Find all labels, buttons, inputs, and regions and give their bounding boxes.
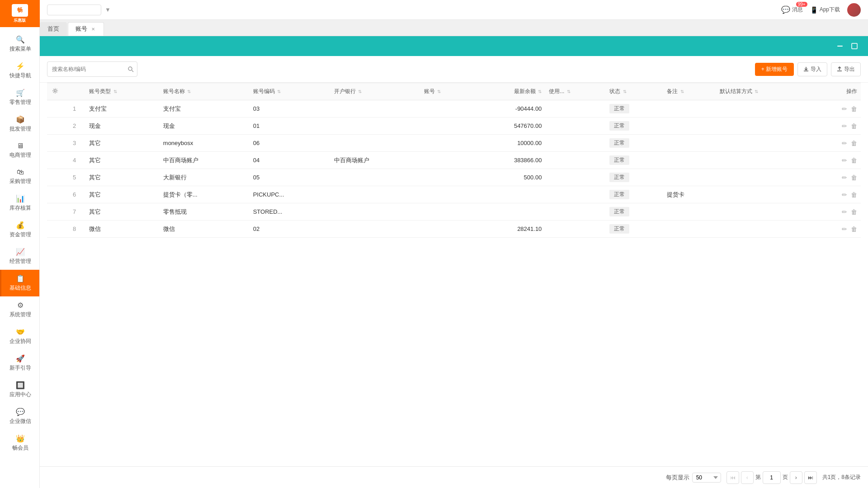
delete-icon[interactable]: 🗑: [851, 105, 857, 113]
minimize-icon[interactable]: [834, 40, 846, 52]
edit-icon[interactable]: ✏: [842, 225, 847, 233]
col-name[interactable]: 账号名称 ⇅: [160, 83, 250, 100]
row-settings: [47, 203, 63, 221]
prev-page-button[interactable]: ‹: [741, 471, 754, 484]
delete-icon[interactable]: 🗑: [851, 140, 857, 147]
delete-icon[interactable]: 🗑: [851, 174, 857, 181]
col-code[interactable]: 账号编码 ⇅: [250, 83, 330, 100]
export-button[interactable]: 导出: [831, 62, 861, 76]
sidebar-item-search-menu[interactable]: 🔍 搜索菜单: [0, 31, 39, 57]
col-type[interactable]: 账号类型 ⇅: [85, 83, 160, 100]
row-actions: ✏ 🗑: [813, 100, 861, 117]
sidebar-item-finance-mgmt[interactable]: 💰 资金管理: [0, 216, 39, 243]
table-row: 5 其它 大新银行 05 500.00 正常 ✏ 🗑: [47, 169, 861, 186]
tab-account-close[interactable]: ✕: [90, 26, 96, 32]
message-icon: 💬: [781, 5, 790, 14]
row-code: STORED...: [250, 203, 330, 221]
header-dropdown-icon[interactable]: ▼: [105, 6, 111, 13]
col-remark[interactable]: 备注 ⇅: [663, 83, 716, 100]
pagination: ⏮ ‹ 第 页 › ⏭: [726, 471, 817, 484]
row-remark: [663, 117, 716, 135]
delete-icon[interactable]: 🗑: [851, 208, 857, 216]
first-page-button[interactable]: ⏮: [726, 471, 739, 484]
edit-icon[interactable]: ✏: [842, 122, 847, 130]
page-unit: 页: [783, 474, 788, 481]
sidebar-item-beginner-guide[interactable]: 🚀 新手引导: [0, 350, 39, 376]
row-usage: [545, 152, 606, 169]
search-input[interactable]: [47, 63, 124, 75]
edit-icon[interactable]: ✏: [842, 191, 847, 198]
add-account-button[interactable]: + 新增账号: [755, 63, 794, 76]
app-version: 乐惠版: [14, 18, 26, 23]
sidebar-item-wholesale-mgmt[interactable]: 📦 批发管理: [0, 111, 39, 137]
row-remark: [663, 169, 716, 186]
toolbar-right: + 新增账号 导入 导出: [755, 62, 861, 76]
row-balance: [471, 203, 545, 221]
sidebar-item-purchase-mgmt[interactable]: 🛍 采购管理: [0, 164, 39, 190]
delete-icon[interactable]: 🗑: [851, 122, 857, 130]
edit-icon[interactable]: ✏: [842, 157, 847, 164]
sidebar-item-enterprise-agreement[interactable]: 🤝 企业协同: [0, 323, 39, 350]
col-status[interactable]: 状态 ⇅: [606, 83, 663, 100]
sidebar-item-quick-nav[interactable]: ⚡ 快捷导航: [0, 57, 39, 84]
tab-home[interactable]: 首页: [40, 22, 67, 36]
row-usage: [545, 117, 606, 135]
row-balance: 28241.10: [471, 221, 545, 238]
sidebar-item-label: 基础信息: [9, 284, 31, 292]
row-index: 8: [63, 221, 85, 238]
header-search-input[interactable]: [47, 5, 101, 15]
sidebar-item-label: 批发管理: [9, 125, 31, 133]
col-default-settlement[interactable]: 默认结算方式 ⇅: [716, 83, 813, 100]
row-usage: [545, 135, 606, 152]
last-page-button[interactable]: ⏭: [804, 471, 817, 484]
page-size-dropdown[interactable]: 10 20 50 100: [692, 473, 721, 483]
row-settings: [47, 186, 63, 203]
table-row: 8 微信 微信 02 28241.10 正常 ✏ 🗑: [47, 221, 861, 238]
svg-rect-1: [852, 43, 857, 49]
page-input[interactable]: [763, 471, 781, 484]
col-account-no[interactable]: 账号 ⇅: [420, 83, 472, 100]
sidebar-item-enterprise-wechat[interactable]: 💬 企业微信: [0, 403, 39, 430]
next-page-button[interactable]: ›: [790, 471, 802, 484]
row-type: 其它: [85, 186, 160, 203]
row-default-settlement: [716, 221, 813, 238]
edit-icon[interactable]: ✏: [842, 140, 847, 147]
table-row: 7 其它 零售抵现 STORED... 正常 ✏ 🗑: [47, 203, 861, 221]
row-settings: [47, 117, 63, 135]
import-button[interactable]: 导入: [797, 62, 827, 76]
tab-account[interactable]: 账号 ✕: [68, 22, 104, 36]
row-name: moneybosx: [160, 135, 250, 152]
sidebar-item-app-center[interactable]: 🔲 应用中心: [0, 376, 39, 403]
col-balance[interactable]: 最新余额 ⇅: [471, 83, 545, 100]
search-button[interactable]: [124, 62, 137, 76]
sidebar-nav: 🔍 搜索菜单 ⚡ 快捷导航 🛒 零售管理 📦 批发管理 🖥 电商管理 🛍 采购管…: [0, 27, 39, 488]
col-name-label: 账号名称: [163, 88, 185, 94]
delete-icon[interactable]: 🗑: [851, 157, 857, 164]
sidebar-item-member-benefit[interactable]: 👑 畅会员: [0, 430, 39, 456]
edit-icon[interactable]: ✏: [842, 105, 847, 113]
svg-line-3: [132, 70, 134, 72]
sidebar-item-operations-mgmt[interactable]: 📈 经营管理: [0, 243, 39, 270]
sidebar-item-ecommerce-mgmt[interactable]: 🖥 电商管理: [0, 137, 39, 164]
sidebar-item-retail-mgmt[interactable]: 🛒 零售管理: [0, 84, 39, 111]
messages-button[interactable]: 💬 消息 99+: [781, 5, 803, 14]
tab-bar: 首页 账号 ✕: [40, 20, 868, 36]
app-center-icon: 🔲: [16, 381, 25, 389]
maximize-icon[interactable]: [848, 40, 861, 52]
member-benefit-icon: 👑: [16, 434, 25, 443]
app-download-button[interactable]: 📱 App下载: [810, 6, 840, 14]
sidebar-item-system-mgmt[interactable]: ⚙ 系统管理: [0, 296, 39, 323]
search-menu-icon: 🔍: [16, 35, 25, 44]
delete-icon[interactable]: 🗑: [851, 191, 857, 198]
row-remark: [663, 135, 716, 152]
edit-icon[interactable]: ✏: [842, 174, 847, 181]
edit-icon[interactable]: ✏: [842, 208, 847, 216]
col-name-sort-icon: ⇅: [187, 89, 191, 94]
user-avatar[interactable]: [847, 3, 861, 17]
col-usage[interactable]: 使用... ⇅: [545, 83, 606, 100]
sidebar-item-basic-info[interactable]: 📋 基础信息: [0, 270, 39, 296]
row-remark: 提货卡: [663, 186, 716, 203]
col-bank[interactable]: 开户银行 ⇅: [330, 83, 420, 100]
sidebar-item-inventory[interactable]: 📊 库存核算: [0, 190, 39, 216]
delete-icon[interactable]: 🗑: [851, 225, 857, 233]
